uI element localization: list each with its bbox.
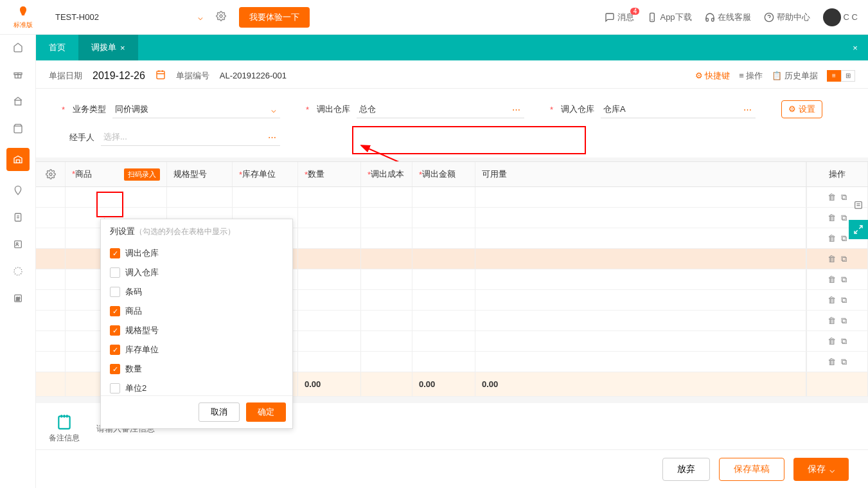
doc-date-value[interactable]: 2019-12-26 bbox=[93, 70, 145, 82]
tab-transfer[interactable]: 调拨单 × bbox=[78, 35, 138, 60]
app-logo: 标准版 bbox=[10, 5, 36, 30]
scan-entry-button[interactable]: 扫码录入 bbox=[124, 168, 160, 181]
checkbox-icon[interactable]: ✓ bbox=[110, 306, 120, 316]
delete-row-icon[interactable]: 🗑 bbox=[828, 233, 836, 243]
view-grid-icon[interactable]: ⊞ bbox=[841, 70, 855, 82]
sidebar-money-icon[interactable] bbox=[10, 183, 26, 198]
col-settings-item[interactable]: 条码 bbox=[110, 282, 283, 302]
delete-row-icon[interactable]: 🗑 bbox=[828, 275, 836, 284]
col-settings-cancel-button[interactable]: 取消 bbox=[199, 402, 240, 422]
table-row[interactable]: 🗑⧉ bbox=[36, 187, 868, 208]
copy-row-icon[interactable]: ⧉ bbox=[841, 275, 847, 285]
checkbox-icon[interactable] bbox=[110, 383, 120, 393]
remark-icon: 备注信息 bbox=[49, 413, 80, 444]
svg-text:新: 新 bbox=[16, 296, 20, 301]
checkbox-icon[interactable]: ✓ bbox=[110, 325, 120, 336]
col-cost: *调出成本 bbox=[361, 162, 412, 186]
tabs-close-all-icon[interactable]: × bbox=[842, 35, 868, 60]
col-settings-item[interactable]: ✓商品 bbox=[110, 302, 283, 321]
svg-line-34 bbox=[855, 230, 858, 233]
copy-row-icon[interactable]: ⧉ bbox=[841, 336, 847, 347]
discard-button[interactable]: 放弃 bbox=[662, 458, 710, 481]
checkbox-icon[interactable] bbox=[110, 287, 120, 297]
column-settings-popup: 列设置（勾选的列会在表格中显示） ✓调出仓库调入仓库条码✓商品✓规格型号✓库存单… bbox=[100, 219, 293, 429]
org-select[interactable]: TEST-H002 ⌵ bbox=[49, 7, 209, 28]
svg-rect-26 bbox=[58, 416, 69, 429]
col-settings-item[interactable]: ✓数量 bbox=[110, 359, 283, 379]
sidebar-loading-icon[interactable] bbox=[10, 264, 26, 279]
svg-rect-8 bbox=[15, 100, 21, 105]
svg-rect-10 bbox=[16, 160, 19, 163]
sidebar-gift-icon[interactable] bbox=[10, 67, 26, 82]
column-settings-button[interactable] bbox=[36, 162, 66, 186]
delete-row-icon[interactable]: 🗑 bbox=[828, 316, 836, 325]
more-icon[interactable]: ⋯ bbox=[512, 105, 520, 114]
sidebar-new-icon[interactable]: 新 bbox=[10, 291, 26, 306]
online-cs-link[interactable]: 在线客服 bbox=[705, 12, 751, 23]
svg-point-24 bbox=[49, 173, 52, 176]
operate-link[interactable]: ≡ 操作 bbox=[739, 70, 763, 82]
sidebar-clipboard-icon[interactable] bbox=[10, 210, 26, 225]
copy-row-icon[interactable]: ⧉ bbox=[841, 254, 847, 264]
delete-row-icon[interactable]: 🗑 bbox=[828, 213, 836, 222]
copy-row-icon[interactable]: ⧉ bbox=[841, 357, 847, 367]
col-settings-item[interactable]: 调入仓库 bbox=[110, 263, 283, 282]
checkbox-icon[interactable]: ✓ bbox=[110, 345, 120, 355]
chevron-down-icon: ⌵ bbox=[198, 12, 203, 22]
in-warehouse-field[interactable]: *调入仓库 仓库A ⋯ bbox=[550, 100, 756, 118]
svg-rect-19 bbox=[157, 71, 164, 79]
float-expand-icon[interactable] bbox=[849, 220, 868, 239]
doc-date-label: 单据日期 bbox=[49, 70, 82, 82]
doc-no-value: AL-20191226-001 bbox=[220, 71, 287, 80]
col-ops: 操作 bbox=[806, 162, 868, 186]
svg-point-15 bbox=[16, 242, 18, 244]
handler-field[interactable]: 经手人 选择... ⋯ bbox=[62, 129, 280, 146]
out-warehouse-field[interactable]: *调出仓库 总仓 ⋯ bbox=[306, 100, 524, 118]
messages-link[interactable]: 消息 4 bbox=[605, 12, 634, 23]
sidebar-warehouse-icon[interactable] bbox=[6, 148, 30, 171]
user-menu[interactable]: C C bbox=[823, 8, 858, 26]
copy-row-icon[interactable]: ⧉ bbox=[841, 316, 847, 326]
view-list-icon[interactable]: ≡ bbox=[827, 70, 841, 82]
delete-row-icon[interactable]: 🗑 bbox=[828, 254, 836, 264]
tab-close-icon[interactable]: × bbox=[120, 43, 125, 53]
calendar-icon[interactable] bbox=[155, 69, 166, 82]
sidebar: 新 bbox=[0, 35, 36, 488]
col-settings-item[interactable]: ✓库存单位 bbox=[110, 340, 283, 359]
float-note-icon[interactable] bbox=[849, 195, 868, 215]
col-settings-ok-button[interactable]: 确定 bbox=[246, 402, 286, 422]
checkbox-icon[interactable]: ✓ bbox=[110, 364, 120, 374]
shortcut-link[interactable]: ⚙ 快捷键 bbox=[695, 70, 731, 82]
sidebar-contacts-icon[interactable] bbox=[10, 237, 26, 252]
sidebar-home-icon[interactable] bbox=[10, 40, 26, 55]
copy-row-icon[interactable]: ⧉ bbox=[841, 233, 847, 244]
save-button[interactable]: 保存⌵ bbox=[793, 458, 849, 481]
copy-row-icon[interactable]: ⧉ bbox=[841, 213, 847, 223]
delete-row-icon[interactable]: 🗑 bbox=[828, 295, 836, 305]
form-settings-button[interactable]: ⚙ 设置 bbox=[781, 100, 822, 118]
col-unit: *库存单位 bbox=[233, 162, 298, 186]
copy-row-icon[interactable]: ⧉ bbox=[841, 295, 847, 305]
checkbox-icon[interactable] bbox=[110, 267, 120, 278]
org-settings-icon[interactable] bbox=[216, 11, 226, 23]
delete-row-icon[interactable]: 🗑 bbox=[828, 192, 836, 202]
more-icon[interactable]: ⋯ bbox=[268, 132, 276, 142]
col-settings-item[interactable]: ✓调出仓库 bbox=[110, 244, 283, 263]
delete-row-icon[interactable]: 🗑 bbox=[828, 336, 836, 346]
app-download-link[interactable]: App下载 bbox=[647, 12, 691, 23]
delete-row-icon[interactable]: 🗑 bbox=[828, 357, 836, 366]
trial-button[interactable]: 我要体验一下 bbox=[239, 7, 310, 28]
sidebar-house-icon[interactable] bbox=[10, 94, 26, 109]
col-settings-item[interactable]: ✓规格型号 bbox=[110, 321, 283, 340]
more-icon[interactable]: ⋯ bbox=[743, 105, 752, 114]
copy-row-icon[interactable]: ⧉ bbox=[841, 192, 847, 203]
biz-type-field[interactable]: *业务类型 同价调拨 ⌵ bbox=[62, 100, 280, 118]
col-settings-item[interactable]: 单位2 bbox=[110, 379, 283, 395]
history-link[interactable]: 📋 历史单据 bbox=[772, 70, 818, 82]
col-qty: *数量 bbox=[298, 162, 361, 186]
save-draft-button[interactable]: 保存草稿 bbox=[719, 458, 784, 481]
tab-home[interactable]: 首页 bbox=[36, 35, 78, 60]
help-link[interactable]: 帮助中心 bbox=[764, 12, 810, 23]
sidebar-bag-icon[interactable] bbox=[10, 121, 26, 136]
checkbox-icon[interactable]: ✓ bbox=[110, 248, 120, 258]
